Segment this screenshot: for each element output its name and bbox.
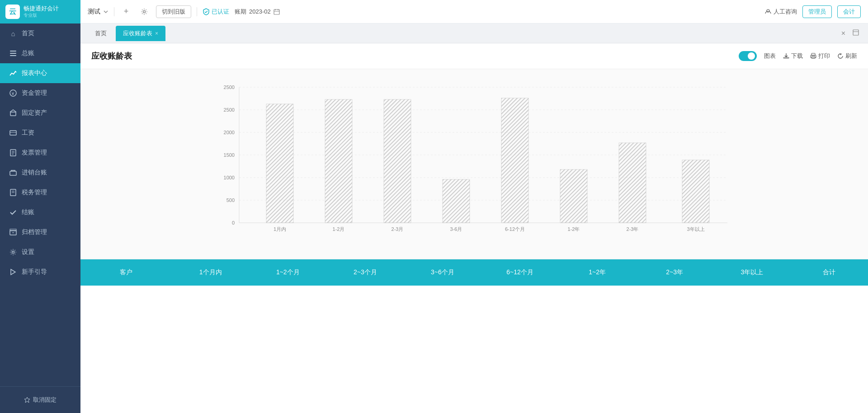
settings-icon <box>9 248 17 256</box>
download-button[interactable]: 下载 <box>783 52 803 60</box>
tab-home-label: 首页 <box>95 29 107 38</box>
add-company-button[interactable]: + <box>120 5 132 18</box>
tab-accounts-aging[interactable]: 应收账龄表 × <box>116 26 165 41</box>
bar-2-3年 <box>619 143 646 223</box>
refresh-label: 刷新 <box>845 52 857 60</box>
cancel-fixed-label: 取消固定 <box>33 396 57 404</box>
svg-text:2500: 2500 <box>224 107 235 113</box>
sidebar-item-label: 新手引导 <box>22 268 47 276</box>
table-header-total: 合计 <box>791 261 868 284</box>
print-button[interactable]: 打印 <box>810 52 830 60</box>
sidebar-item-tax[interactable]: 税务管理 <box>0 183 80 202</box>
svg-marker-21 <box>24 397 30 403</box>
sidebar-item-label: 工资 <box>22 129 34 137</box>
bar-2-3月 <box>384 99 411 223</box>
chart-wrapper: 0 500 1000 1500 2000 2500 2500 <box>91 78 857 250</box>
consult-label: 人工咨询 <box>774 8 797 16</box>
app-name: 畅捷通好会计 <box>24 5 59 13</box>
sidebar-item-label: 进销台账 <box>22 169 47 177</box>
svg-text:2500: 2500 <box>224 84 235 90</box>
sidebar-item-assets[interactable]: 固定资产 <box>0 103 80 123</box>
table-header: 客户 1个月内 1~2个月 2~3个月 3~6个月 6~12个月 1~2年 2~… <box>80 259 868 286</box>
sidebar-item-label: 资金管理 <box>22 89 47 97</box>
tabs-right-buttons: × <box>840 28 861 39</box>
sidebar-item-reports[interactable]: 报表中心 <box>0 63 80 83</box>
page-container: 应收账龄表 图表 下载 <box>80 43 868 413</box>
chevron-down-icon <box>103 9 108 14</box>
refresh-button[interactable]: 刷新 <box>837 52 857 60</box>
closing-icon <box>9 208 17 216</box>
expand-icon <box>853 29 859 36</box>
svg-marker-20 <box>11 269 15 275</box>
settings-gear-button[interactable] <box>138 5 151 18</box>
sidebar-item-guide[interactable]: 新手引导 <box>0 262 80 282</box>
window-expand-button[interactable] <box>851 28 861 39</box>
page-title: 应收账龄表 <box>91 51 132 61</box>
certified-badge: 已认证 <box>203 8 229 16</box>
topbar: 测试 + 切到旧版 已认证 账期 2023-02 <box>80 0 868 23</box>
sidebar-item-inventory[interactable]: 进销台账 <box>0 163 80 183</box>
download-label: 下载 <box>791 52 803 60</box>
sidebar-item-ledger[interactable]: 总账 <box>0 43 80 63</box>
svg-point-19 <box>12 251 14 253</box>
chart-toggle-label: 图表 <box>764 52 776 60</box>
topbar-divider-2 <box>197 7 197 16</box>
svg-rect-5 <box>10 112 16 116</box>
sidebar-item-funds[interactable]: ¥ 资金管理 <box>0 83 80 103</box>
page-actions: 图表 下载 打印 <box>739 51 857 61</box>
home-icon: ⌂ <box>9 29 17 38</box>
role-button[interactable]: 会计 <box>837 5 861 18</box>
table-header-6-12mo: 6~12个月 <box>481 261 559 284</box>
company-selector[interactable]: 测试 <box>88 8 108 16</box>
svg-rect-30 <box>783 57 789 58</box>
calendar-icon <box>274 9 280 15</box>
sidebar-item-archive[interactable]: 归档管理 <box>0 222 80 242</box>
guide-icon <box>9 268 17 276</box>
app-name-block: 畅捷通好会计 专业版 <box>24 5 59 19</box>
sidebar-item-label: 报表中心 <box>22 69 47 77</box>
old-version-button[interactable]: 切到旧版 <box>156 5 191 18</box>
sidebar-item-invoice[interactable]: 发票管理 <box>0 143 80 163</box>
toggle-slider <box>739 51 757 61</box>
topbar-right: 人工咨询 管理员 会计 <box>764 5 861 18</box>
table-header-customer: 客户 <box>80 261 172 284</box>
print-label: 打印 <box>818 52 830 60</box>
sidebar-item-salary[interactable]: 工资 <box>0 123 80 143</box>
chart-toggle[interactable] <box>739 51 757 61</box>
consult-button[interactable]: 人工咨询 <box>764 8 797 16</box>
sidebar-item-home[interactable]: ⌂ 首页 <box>0 23 80 43</box>
tab-home[interactable]: 首页 <box>88 26 114 41</box>
sidebar-item-closing[interactable]: 结账 <box>0 202 80 222</box>
bar-3年以上 <box>682 160 709 223</box>
svg-text:¥: ¥ <box>11 91 14 96</box>
sidebar-item-label: 总账 <box>22 49 34 57</box>
bar-6-12个月 <box>501 98 528 223</box>
sidebar-footer: 取消固定 <box>0 386 80 413</box>
window-close-button[interactable]: × <box>840 28 847 39</box>
svg-text:2-3年: 2-3年 <box>627 226 639 232</box>
sidebar-item-label: 发票管理 <box>22 149 47 157</box>
sidebar-item-label: 税务管理 <box>22 188 47 197</box>
gear-icon <box>141 8 148 15</box>
invoice-icon <box>9 149 17 157</box>
inventory-icon <box>9 169 17 177</box>
user-button[interactable]: 管理员 <box>802 5 832 18</box>
svg-text:2-3月: 2-3月 <box>392 226 404 232</box>
chart-area: 0 500 1000 1500 2000 2500 2500 <box>80 69 868 259</box>
svg-text:1500: 1500 <box>224 152 235 158</box>
ledger-icon <box>9 49 17 57</box>
svg-text:2000: 2000 <box>224 130 235 135</box>
sidebar-item-settings[interactable]: 设置 <box>0 242 80 262</box>
sidebar-item-label: 首页 <box>22 29 34 38</box>
assets-icon <box>9 109 17 117</box>
svg-rect-28 <box>853 30 859 35</box>
tab-close-icon[interactable]: × <box>155 30 158 37</box>
table-header-3-6mo: 3~6个月 <box>404 261 481 284</box>
tabs-bar: 首页 应收账龄表 × × <box>80 23 868 43</box>
bar-1月内 <box>266 104 293 223</box>
cancel-fixed-btn[interactable]: 取消固定 <box>0 391 80 408</box>
sidebar-item-label: 固定资产 <box>22 109 47 117</box>
headset-icon <box>764 8 772 15</box>
print-icon <box>810 53 816 59</box>
shield-icon <box>203 8 210 15</box>
